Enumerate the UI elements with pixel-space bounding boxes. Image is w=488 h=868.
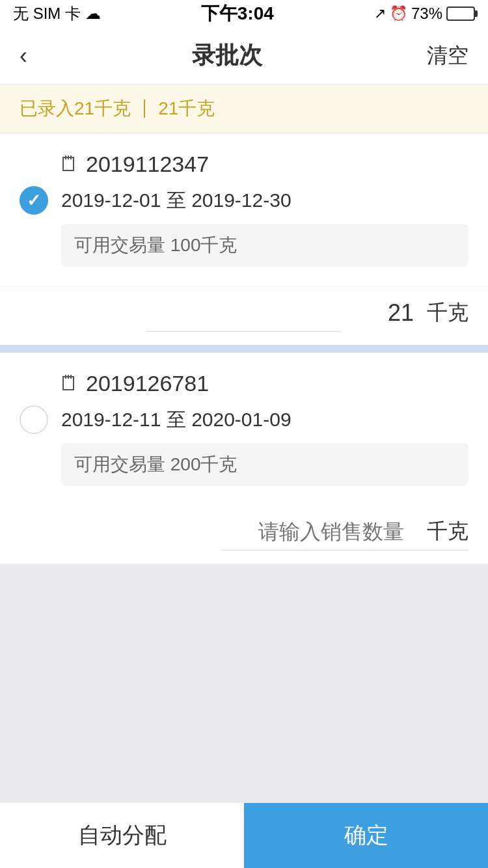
card-bottom-1 <box>0 332 488 345</box>
battery-percent: 73% <box>411 5 442 23</box>
batch-item-2: 🗒 2019126781 2019-12-11 至 2020-01-09 可用交… <box>0 353 488 563</box>
status-time: 下午3:04 <box>201 1 274 26</box>
batch-radio-1[interactable] <box>20 186 48 215</box>
location-icon: ↗ <box>374 5 386 22</box>
auto-distribute-button[interactable]: 自动分配 <box>0 803 244 868</box>
batch-date-row-2: 2019-12-11 至 2020-01-09 <box>20 405 468 434</box>
alarm-icon: ⏰ <box>390 5 407 22</box>
input-unit-2: 千克 <box>427 517 468 546</box>
card-bottom-2 <box>0 550 488 563</box>
batch-date-text-2: 2019-12-11 至 2020-01-09 <box>61 407 291 433</box>
status-bar: 无 SIM 卡 ☁ 下午3:04 ↗ ⏰ 73% <box>0 0 488 27</box>
page-title: 录批次 <box>192 40 262 72</box>
status-left: 无 SIM 卡 ☁ <box>13 3 101 24</box>
batch-id-text-1: 2019112347 <box>86 152 209 177</box>
status-right: ↗ ⏰ 73% <box>374 5 475 23</box>
batch-card-inner-2: 🗒 2019126781 2019-12-11 至 2020-01-09 可用交… <box>0 353 488 506</box>
info-divider <box>144 100 145 118</box>
bottom-bar: 自动分配 确定 <box>0 803 488 868</box>
batch-id-text-2: 2019126781 <box>86 371 209 396</box>
batch-available-1: 可用交易量 100千克 <box>61 224 468 267</box>
clear-button[interactable]: 清空 <box>427 42 468 70</box>
batch-id-row-1: 🗒 2019112347 <box>20 152 468 177</box>
batch-doc-icon-2: 🗒 <box>59 372 79 396</box>
confirm-button[interactable]: 确定 <box>244 803 488 868</box>
sim-label: 无 SIM 卡 ☁ <box>13 3 101 24</box>
batch-id-row-2: 🗒 2019126781 <box>20 371 468 396</box>
content-area: 已录入21千克 21千克 🗒 2019112347 2019-12-01 至 2… <box>0 85 488 868</box>
batch-date-row-1: 2019-12-01 至 2019-12-30 <box>20 186 468 215</box>
quantity-input-2[interactable] <box>20 520 414 544</box>
back-button[interactable]: ‹ <box>20 42 27 70</box>
batch-quantity-unit-1: 千克 <box>427 299 468 327</box>
info-banner: 已录入21千克 21千克 <box>0 85 488 133</box>
batch-available-2: 可用交易量 200千克 <box>61 443 468 486</box>
battery-icon <box>446 7 475 21</box>
recorded-amount-label: 已录入21千克 <box>20 96 131 121</box>
nav-bar: ‹ 录批次 清空 <box>0 27 488 85</box>
batch-card-inner-1: 🗒 2019112347 2019-12-01 至 2019-12-30 可用交… <box>0 133 488 286</box>
batch-date-text-1: 2019-12-01 至 2019-12-30 <box>61 187 291 214</box>
card-separator <box>0 345 488 353</box>
batch-quantity-value-1: 21 <box>388 299 414 327</box>
batch-item-1: 🗒 2019112347 2019-12-01 至 2019-12-30 可用交… <box>0 133 488 345</box>
batch-doc-icon-1: 🗒 <box>59 152 79 176</box>
batch-quantity-row-1: 21 千克 <box>0 286 488 327</box>
recorded-amount-value: 21千克 <box>158 96 215 121</box>
batch-radio-2[interactable] <box>20 405 48 434</box>
batch-input-row-2: 千克 <box>0 506 488 546</box>
